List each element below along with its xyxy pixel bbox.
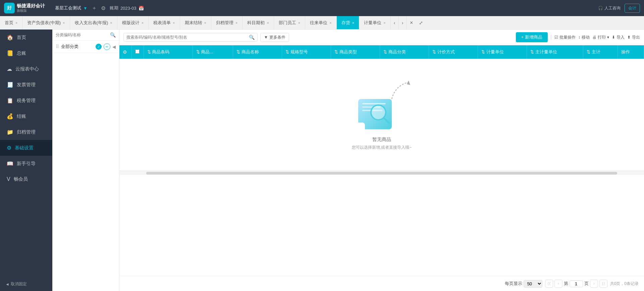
col-category[interactable]: ⇅ 商品分类 — [380, 45, 429, 59]
sidebar-item-tax[interactable]: 📋 税务管理 — [0, 93, 52, 108]
category-search-icon[interactable]: 🔍 — [110, 32, 116, 38]
first-page-button[interactable]: ⟨⟨ — [545, 280, 553, 288]
tab-close-icon[interactable]: × — [173, 21, 175, 25]
table-checkbox-th[interactable] — [131, 45, 144, 59]
category-header: ⠿ 全部分类 ✓ ✏ ◀ — [52, 41, 119, 53]
kuaiji-button[interactable]: 会计 — [625, 4, 640, 13]
tab-archive[interactable]: 归档管理 × — [211, 16, 243, 30]
svg-marker-2 — [407, 81, 410, 85]
tab-label: 收入支出表(年报) — [75, 20, 108, 26]
col-unit[interactable]: ⇅ 计量单位 — [478, 45, 527, 59]
tab-label: 科目期初 — [247, 20, 265, 26]
tab-income[interactable]: 收入支出表(年报) × — [70, 16, 117, 30]
content-area: 🔍 ⠿ 全部分类 ✓ ✏ ◀ 🔍 — [52, 30, 644, 291]
batch-ops-button[interactable]: ☑ 批量操作 — [554, 35, 576, 40]
more-filter-button[interactable]: ▼ 更多条件 — [260, 33, 289, 42]
sidebar-item-closing[interactable]: 💰 结账 — [0, 108, 52, 124]
tab-close-icon[interactable]: × — [110, 21, 112, 25]
print-button[interactable]: 🖨 打印 ▾ — [592, 35, 609, 40]
home-icon: 🏠 — [7, 34, 13, 41]
tab-close-icon[interactable]: × — [383, 21, 385, 25]
tab-inventory[interactable]: 存货 × — [337, 16, 359, 30]
collapse-panel-button[interactable]: ◀ — [112, 44, 116, 49]
sidebar-item-member[interactable]: V 畅会员 — [0, 172, 52, 187]
total-records: 共0页，0条记录 — [610, 281, 639, 287]
col-name[interactable]: ⇅ 商品名称 — [233, 45, 282, 59]
col-barcode[interactable]: ⇅ 商品条码 — [144, 45, 193, 59]
table-settings-th[interactable]: ⚙ — [119, 45, 131, 59]
main-search-input[interactable] — [126, 35, 247, 40]
page-navigation: ⟨⟨ ‹ 第 页 › ⟩⟩ — [545, 280, 607, 288]
cancel-fixed-button[interactable]: ◄ 取消固定 — [0, 277, 52, 291]
tab-label: 模版设计 — [122, 20, 140, 26]
tab-close-all-button[interactable]: × — [407, 16, 416, 30]
tab-period[interactable]: 期末结转 × — [180, 16, 211, 30]
ai-consult-button[interactable]: 🎧 人工咨询 — [598, 5, 621, 11]
tab-dept[interactable]: 部门员工 × — [274, 16, 305, 30]
sidebar-item-guide[interactable]: 📖 新手引导 — [0, 156, 52, 172]
col-price-method[interactable]: ⇅ 计价方式 — [429, 45, 478, 59]
col-code[interactable]: ⇅ 商品... — [193, 45, 233, 59]
member-icon: V — [7, 176, 10, 182]
header-actions: 🎧 人工咨询 会计 — [598, 4, 640, 13]
tab-unit[interactable]: 计量单位 × — [359, 16, 390, 30]
last-page-button[interactable]: ⟩⟩ — [599, 280, 607, 288]
period-label: 账期 — [110, 5, 118, 11]
select-all-checkbox[interactable] — [135, 49, 140, 54]
settings-icon[interactable]: ⚙ — [101, 5, 106, 11]
col-type[interactable]: ⇅ 商品类型 — [331, 45, 380, 59]
category-all-label[interactable]: 全部分类 — [61, 44, 94, 50]
table-settings-icon[interactable]: ⚙ — [123, 49, 127, 55]
batch-icon: ☑ — [554, 35, 558, 40]
archive-icon: 📁 — [7, 129, 13, 135]
col-spec[interactable]: ⇅ 规格型号 — [282, 45, 331, 59]
tab-close-icon[interactable]: × — [63, 21, 65, 25]
import-button[interactable]: ⬇ 导入 — [612, 35, 625, 40]
col-main-count[interactable]: ⇅ 主计 — [583, 45, 618, 59]
sidebar-item-settings[interactable]: ⚙ 基础设置 — [0, 140, 52, 156]
company-selector[interactable]: 基层工会测试 ▼ — [55, 5, 88, 11]
next-page-button[interactable]: › — [590, 280, 598, 288]
ai-label: 人工咨询 — [604, 5, 621, 11]
add-product-button[interactable]: + 新增商品 — [516, 32, 548, 42]
category-search-input[interactable] — [56, 33, 109, 37]
page-size-select[interactable]: 10 20 50 100 — [524, 280, 542, 288]
tab-asset[interactable]: 资产负债表(中期) × — [22, 16, 70, 30]
tab-close-icon[interactable]: × — [142, 21, 144, 25]
calendar-icon[interactable]: 📅 — [139, 6, 144, 11]
export-button[interactable]: ⬆ 导出 — [627, 35, 640, 40]
tab-expand-button[interactable]: ⤢ — [416, 16, 426, 30]
sidebar-item-archive[interactable]: 📁 归档管理 — [0, 124, 52, 140]
cloud-icon: ☁ — [7, 66, 12, 72]
arrow-left-icon: ◄ — [5, 282, 9, 287]
prev-page-button[interactable]: ‹ — [554, 280, 562, 288]
tab-close-icon[interactable]: × — [15, 21, 17, 25]
tab-template[interactable]: 模版设计 × — [117, 16, 149, 30]
sidebar-item-invoice[interactable]: 🧾 发票管理 — [0, 77, 52, 93]
tab-close-icon[interactable]: × — [267, 21, 269, 25]
tab-subject[interactable]: 科目期初 × — [243, 16, 274, 30]
sidebar-item-home[interactable]: 🏠 首页 — [0, 30, 52, 45]
page-number-input[interactable] — [570, 280, 583, 287]
move-button[interactable]: ↕ 移动 — [578, 35, 590, 40]
add-tab-button[interactable]: ＋ — [92, 5, 97, 12]
tab-close-icon[interactable]: × — [352, 21, 354, 25]
main-search-icon[interactable]: 🔍 — [249, 35, 255, 40]
sidebar-item-cloud[interactable]: ☁ 云报表中心 — [0, 61, 52, 77]
tab-tax[interactable]: 税表清单 × — [149, 16, 180, 30]
print-icon: 🖨 — [592, 35, 596, 40]
tab-next-button[interactable]: › — [399, 16, 407, 30]
company-name: 基层工会测试 — [55, 5, 81, 11]
tab-close-icon[interactable]: × — [298, 21, 300, 25]
tab-prev-button[interactable]: ‹ — [391, 16, 399, 30]
tab-partners[interactable]: 往来单位 × — [305, 16, 336, 30]
tab-close-icon[interactable]: × — [235, 21, 237, 25]
col-main-unit[interactable]: ⇅ 主计量单位 — [527, 45, 583, 59]
category-dots-icon[interactable]: ⠿ — [56, 44, 59, 49]
tab-close-icon[interactable]: × — [204, 21, 206, 25]
sidebar-item-ledger[interactable]: 📒 总账 — [0, 45, 52, 61]
col-actions: 操作 — [618, 45, 644, 59]
tab-close-icon[interactable]: × — [329, 21, 331, 25]
category-edit-button[interactable]: ✏ — [104, 43, 110, 50]
tab-home[interactable]: 首页 × — [0, 16, 22, 30]
